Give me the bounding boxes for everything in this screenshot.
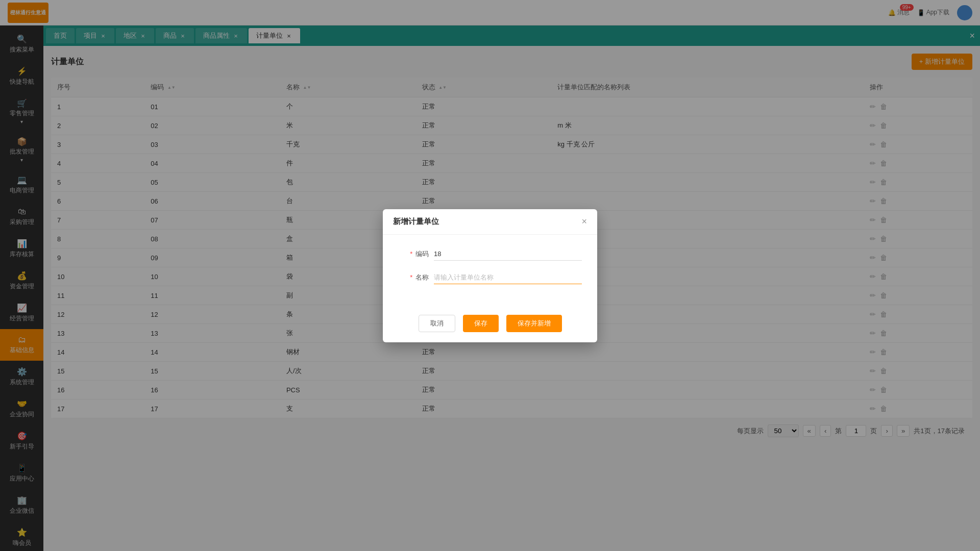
save-and-new-button[interactable]: 保存并新增: [506, 315, 562, 332]
modal-close-button[interactable]: ×: [581, 217, 587, 226]
modal-title: 新增计量单位: [393, 217, 439, 227]
cancel-button[interactable]: 取消: [419, 315, 455, 332]
required-mark: *: [410, 250, 412, 258]
modal-overlay[interactable]: 新增计量单位 × * 编码 * 名称: [0, 0, 980, 551]
code-label: * 编码: [398, 249, 429, 259]
required-mark-name: *: [410, 273, 412, 281]
add-unit-modal: 新增计量单位 × * 编码 * 名称: [383, 209, 597, 342]
app-container: 橙林通行生意通 🔔 消息 99+ 📱 App下载 🔍 搜索菜单 ⚡: [0, 0, 980, 551]
modal-header: 新增计量单位 ×: [383, 209, 597, 235]
save-button[interactable]: 保存: [463, 315, 499, 332]
form-row-name: * 名称: [398, 271, 582, 284]
name-input[interactable]: [434, 271, 582, 284]
code-input[interactable]: [434, 247, 582, 261]
modal-footer: 取消 保存 保存并新增: [383, 307, 597, 342]
name-label: * 名称: [398, 273, 429, 282]
modal-body: * 编码 * 名称: [383, 235, 597, 307]
form-row-code: * 编码: [398, 247, 582, 261]
